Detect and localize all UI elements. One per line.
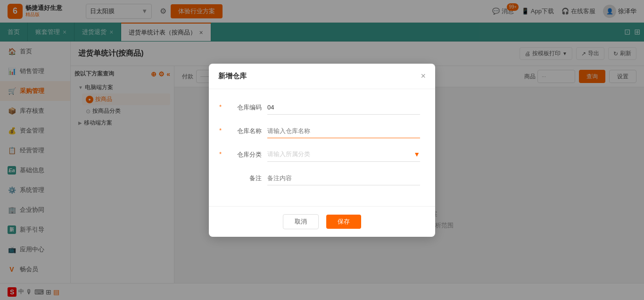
category-label: * 仓库分类: [224, 150, 262, 159]
required-star: *: [219, 150, 222, 158]
category-field-row: * 仓库分类 请输入所属分类 ▼: [224, 148, 420, 162]
modal-title: 新增仓库: [218, 72, 247, 81]
modal-footer: 取消 保存: [209, 206, 435, 237]
chevron-down-icon: ▼: [413, 150, 420, 158]
code-field-row: * 仓库编码: [224, 100, 420, 115]
required-star: *: [219, 127, 222, 134]
modal-header: 新增仓库 ×: [209, 64, 435, 89]
remark-field-row: 备注: [224, 171, 420, 185]
save-button[interactable]: 保存: [326, 215, 361, 229]
remark-label: 备注: [224, 174, 262, 183]
code-label: * 仓库编码: [224, 103, 262, 112]
name-label: * 仓库名称: [224, 127, 262, 135]
modal-body: * 仓库编码 * 仓库名称 * 仓库分类 请输入所属: [209, 89, 435, 206]
remark-input[interactable]: [267, 171, 420, 185]
code-input[interactable]: [267, 100, 420, 115]
cancel-button[interactable]: 取消: [283, 214, 319, 229]
name-input[interactable]: [267, 124, 420, 138]
category-select[interactable]: 请输入所属分类 ▼: [267, 148, 420, 162]
name-field-row: * 仓库名称: [224, 124, 420, 138]
modal-overlay: 新增仓库 × * 仓库编码 * 仓库名称: [0, 0, 644, 300]
add-warehouse-modal: 新增仓库 × * 仓库编码 * 仓库名称: [209, 64, 435, 237]
required-star: *: [219, 103, 222, 110]
modal-close-icon[interactable]: ×: [421, 71, 426, 81]
